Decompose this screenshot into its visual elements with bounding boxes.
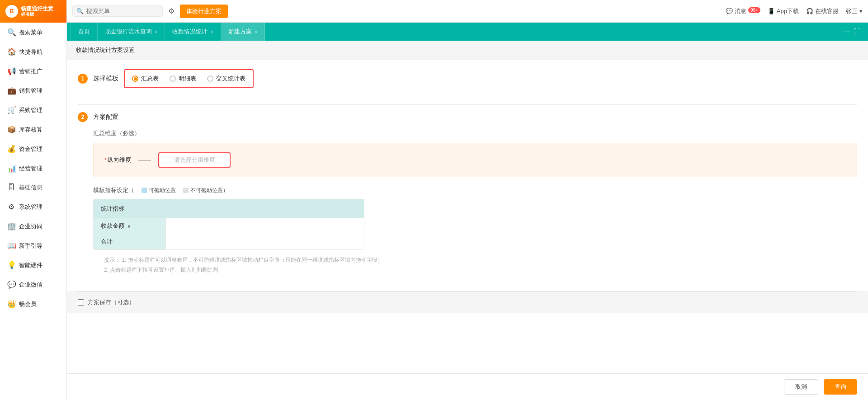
save-checkbox[interactable] xyxy=(78,299,84,306)
template-option-detail[interactable]: 明细表 xyxy=(170,75,196,83)
sidebar-item-system[interactable]: ⚙ 系统管理 xyxy=(0,197,66,216)
wechat-icon: 💬 xyxy=(7,280,15,289)
step1-badge: 1 xyxy=(78,74,88,84)
sidebar-item-enterprise[interactable]: 🏢 企业协同 xyxy=(0,216,66,236)
tip-2: 2. 点击标题栏下拉可设置排序、插入列和删除列 xyxy=(104,265,846,275)
purchase-icon: 🛒 xyxy=(7,106,15,114)
sidebar-item-label: 企业协同 xyxy=(19,222,42,231)
trial-button[interactable]: 体验行业方案 xyxy=(180,5,228,18)
tabs-bar: 首页 现金银行流水查询 × 收款情况统计 × 新建方案 × — ⛶ xyxy=(67,23,868,41)
service-icon: 🎧 xyxy=(806,8,813,14)
step1-label: 选择模板 xyxy=(93,75,118,83)
template-label: 交叉统计表 xyxy=(216,75,245,83)
user-name[interactable]: 张三 ▾ xyxy=(846,7,863,15)
tab-close-icon[interactable]: × xyxy=(155,29,157,34)
sidebar-item-hardware[interactable]: 💡 智能硬件 xyxy=(0,255,66,275)
logo-text: 畅捷通好生意 xyxy=(21,5,53,12)
main-area: 🔍 ⚙ 体验行业方案 💬 消息 99+ 📱 App下载 🎧 在线客服 张三 ▾ xyxy=(67,0,868,400)
metrics-config: 模板指标设定（ 可拖动位置 不可拖动位置） xyxy=(93,186,857,250)
topbar-search-box[interactable]: 🔍 xyxy=(72,5,163,17)
template-option-cross[interactable]: 交叉统计表 xyxy=(207,75,245,83)
tab-label: 现金银行流水查询 xyxy=(105,28,152,36)
metrics-table: 统计指标 收款金额 ∨ xyxy=(93,199,364,250)
statistics-label: 统计指标 xyxy=(94,202,166,216)
tab-receipt-stats[interactable]: 收款情况统计 × xyxy=(165,23,221,41)
step1-section: 1 选择模板 汇总表 明细表 xyxy=(67,60,868,104)
sidebar-item-finance[interactable]: 💰 资金管理 xyxy=(0,139,66,159)
footer-save: 方案保存（可选） xyxy=(67,292,868,313)
dimension-select[interactable]: 请选择分组维度 xyxy=(158,152,231,168)
cancel-button[interactable]: 取消 xyxy=(784,379,818,395)
tab-bank-flow[interactable]: 现金银行流水查询 × xyxy=(98,23,165,41)
notification-label: 消息 xyxy=(735,7,746,15)
sidebar-item-home[interactable]: 🏠 快捷导航 xyxy=(0,42,66,61)
search-icon: 🔍 xyxy=(7,28,15,37)
enterprise-icon: 🏢 xyxy=(7,222,15,231)
sidebar-item-label: 经营管理 xyxy=(19,165,42,173)
breadcrumb: 收款情况统计方案设置 xyxy=(76,47,135,53)
tab-label: 首页 xyxy=(78,28,90,36)
inventory-icon: 📦 xyxy=(7,125,15,134)
sidebar-item-label: 快捷导航 xyxy=(19,48,42,56)
tab-label: 新建方案 xyxy=(228,28,252,36)
metrics-col-label: 收款金额 xyxy=(101,222,124,230)
sidebar-item-basic[interactable]: 🗄 基础信息 xyxy=(0,178,66,197)
service-label: 在线客服 xyxy=(815,7,839,15)
sidebar-item-search[interactable]: 🔍 搜索菜单 xyxy=(0,23,66,42)
tips-section: 提示： 1. 拖动标题栏可以调整布局，不可跨维度或指标区域拖动栏目字段（只能在同… xyxy=(93,250,857,275)
sidebar-item-label: 新手引导 xyxy=(19,242,42,250)
tab-new-plan[interactable]: 新建方案 × xyxy=(221,23,265,41)
sidebar-item-purchase[interactable]: 🛒 采购管理 xyxy=(0,100,66,120)
marketing-icon: 📢 xyxy=(7,67,15,75)
dropdown-icon[interactable]: ∨ xyxy=(127,223,131,229)
subtotal-label: 合计 xyxy=(101,238,113,246)
query-button[interactable]: 查询 xyxy=(824,379,857,395)
sidebar-item-marketing[interactable]: 📢 营销推广 xyxy=(0,61,66,81)
service-action[interactable]: 🎧 在线客服 xyxy=(806,7,839,15)
sidebar-item-label: 畅会员 xyxy=(19,300,37,308)
sidebar-item-label: 资金管理 xyxy=(19,145,42,153)
sidebar-item-label: 采购管理 xyxy=(19,106,42,114)
sidebar: B 畅捷通好生意 标准版 🔍 搜索菜单 🏠 快捷导航 📢 营销推广 💼 销售管理… xyxy=(0,0,67,400)
topbar: 🔍 ⚙ 体验行业方案 💬 消息 99+ 📱 App下载 🎧 在线客服 张三 ▾ xyxy=(67,0,868,23)
basic-icon: 🗄 xyxy=(7,184,15,192)
tab-close-icon[interactable]: × xyxy=(210,29,213,34)
tab-close-icon[interactable]: × xyxy=(255,29,257,34)
draggable-dot-icon xyxy=(142,188,147,193)
sidebar-item-operations[interactable]: 📊 经营管理 xyxy=(0,159,66,178)
save-label: 方案保存（可选） xyxy=(88,298,135,306)
tab-home[interactable]: 首页 xyxy=(71,23,98,41)
minimize-icon[interactable]: — xyxy=(843,28,850,36)
download-action[interactable]: 📱 App下载 xyxy=(768,7,799,15)
metrics-header: 模板指标设定（ 可拖动位置 不可拖动位置） xyxy=(93,186,857,194)
sidebar-item-inventory[interactable]: 📦 库存核算 xyxy=(0,120,66,139)
arrow-icon: —— xyxy=(138,156,151,164)
user-label: 张三 xyxy=(846,7,858,15)
search-icon: 🔍 xyxy=(76,8,84,14)
notification-action[interactable]: 💬 消息 99+ xyxy=(726,7,760,15)
sidebar-item-label: 基础信息 xyxy=(19,184,42,192)
non-draggable-dot-icon xyxy=(183,188,189,193)
template-option-summary[interactable]: 汇总表 xyxy=(132,75,159,83)
metrics-table-header-row: 统计指标 xyxy=(94,199,364,218)
template-label: 明细表 xyxy=(179,75,196,83)
required-star: * xyxy=(104,157,107,164)
sales-icon: 💼 xyxy=(7,86,15,95)
sidebar-item-guide[interactable]: 📖 新手引导 xyxy=(0,236,66,255)
sidebar-item-wechat[interactable]: 💬 企业微信 xyxy=(0,275,66,294)
metrics-col-header[interactable]: 收款金额 ∨ xyxy=(94,218,166,234)
sidebar-item-member[interactable]: 👑 畅会员 xyxy=(0,294,66,314)
metrics-data-row: 收款金额 ∨ xyxy=(94,218,364,234)
settings-icon[interactable]: ⚙ xyxy=(166,5,176,17)
maximize-icon[interactable]: ⛶ xyxy=(854,28,861,36)
sidebar-item-sales[interactable]: 💼 销售管理 xyxy=(0,81,66,100)
hardware-icon: 💡 xyxy=(7,261,15,269)
tip-1: 提示： 1. 拖动标题栏可以调整布局，不可跨维度或指标区域拖动栏目字段（只能在同… xyxy=(104,255,846,265)
step2-row: 2 方案配置 xyxy=(78,112,857,122)
search-input[interactable] xyxy=(86,8,150,14)
download-icon: 📱 xyxy=(768,8,775,14)
sidebar-logo: B 畅捷通好生意 标准版 xyxy=(0,0,66,23)
dimension-config: 汇总维度（必选） * 纵向维度 —— 请选择分组维度 xyxy=(78,129,857,275)
vertical-dim-label: * 纵向维度 xyxy=(104,156,131,164)
step2-badge: 2 xyxy=(78,112,88,122)
